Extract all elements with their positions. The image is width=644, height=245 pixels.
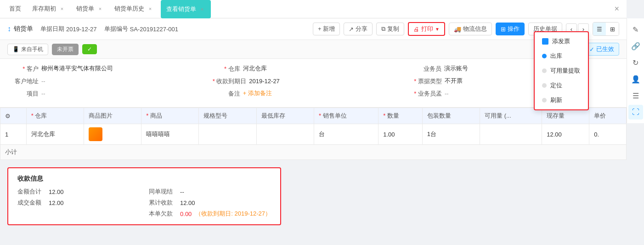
col-product-img: 商品图片	[84, 108, 141, 124]
row-stock: 12.00	[542, 124, 589, 145]
effective-icon: ✓	[589, 46, 594, 53]
address-field: 客户地址 --	[11, 77, 213, 85]
sidebar-expand-icon[interactable]: ⛶	[628, 105, 643, 120]
dropdown-locate[interactable]: 定位	[535, 78, 588, 93]
same-order-value: --	[180, 188, 184, 195]
tab-bar: 首页 库存期初 × 销货单 × 销货单历史 × 查看销货单 × ×	[0, 0, 627, 18]
row-min-stock	[256, 124, 314, 145]
payment-box: 收款信息 金额合计 12.00 同单现结 -- 成交金额 12.00 累计收款 …	[7, 167, 281, 225]
customer-field: 客户 柳州粤港平安气体有限公司	[11, 64, 213, 73]
effective-status[interactable]: ✓ 已生效	[584, 43, 619, 56]
doc-meta: 单据日期 2019-12-27 单据编号 SA-20191227-001	[40, 25, 178, 33]
operation-dropdown: 添发票 出库 可用量提取 定位 刷新	[534, 31, 589, 110]
row-pack-qty: 1台	[422, 124, 480, 145]
row-product: 嘻嘻嘻嘻	[141, 124, 199, 145]
cumulative-label: 累计收款	[149, 199, 176, 207]
sidebar-link-icon[interactable]: 🔗	[628, 39, 643, 53]
tab-check-sales-close[interactable]: ×	[199, 6, 205, 12]
sidebar-user-icon[interactable]: 👤	[628, 72, 643, 86]
not-opened-btn[interactable]: 未开票	[52, 44, 79, 55]
copy-button[interactable]: ⧉ 复制	[376, 23, 404, 35]
sidebar-list-icon[interactable]: ☰	[628, 88, 643, 103]
share-button[interactable]: ↗ 分享	[344, 23, 373, 35]
payment-section: 收款信息 金额合计 12.00 同单现结 -- 成交金额 12.00 累计收款 …	[0, 160, 627, 233]
col-quantity: 数量	[378, 108, 423, 124]
arrears-label: 本单欠款	[149, 210, 176, 218]
col-product: 商品	[141, 108, 199, 124]
same-order-row: 同单现结 --	[149, 188, 271, 196]
copy-icon: ⧉	[381, 25, 385, 33]
outbound-icon	[542, 54, 547, 58]
tab-inventory-close[interactable]: ×	[59, 6, 65, 12]
confirm-btn[interactable]: ✓	[82, 44, 97, 54]
project-field: 项目 --	[11, 90, 213, 98]
due-note: （收款到期日: 2019-12-27）	[195, 210, 271, 218]
dropdown-refresh[interactable]: 刷新	[535, 93, 588, 108]
total-amount-label: 金额合计	[17, 188, 45, 196]
row-sales-unit: 台	[314, 124, 378, 145]
doc-header: ↕ 销货单 单据日期 2019-12-27 单据编号 SA-20191227-0…	[0, 18, 627, 40]
project-value: --	[41, 90, 213, 97]
col-settings[interactable]: ⚙	[0, 108, 27, 124]
tab-inventory[interactable]: 库存期初 ×	[27, 0, 71, 18]
dropdown-available[interactable]: 可用量提取	[535, 63, 588, 78]
transaction-value: 12.00	[49, 199, 64, 206]
row-index: 1	[0, 124, 27, 145]
doc-type-icon: ↕	[7, 25, 11, 33]
transaction-row: 成交金额 12.00	[17, 199, 140, 207]
row-spec	[199, 124, 256, 145]
grid-icon: ⊞	[501, 26, 506, 33]
ticket-type-value: 不开票	[445, 77, 616, 85]
col-spec: 规格型号	[199, 108, 256, 124]
truck-icon: 🚚	[454, 26, 461, 33]
sales-staff-label: 业务员孟	[414, 90, 442, 98]
payment-title: 收款信息	[17, 175, 271, 183]
right-sidebar: ✎ 🔗 ↻ 👤 ☰ ⛶	[627, 18, 644, 123]
refresh-menu-icon	[542, 98, 547, 103]
product-thumbnail	[89, 127, 102, 141]
staff-label: 业务员	[414, 65, 441, 73]
product-table: ⚙ 仓库 商品图片 商品 规格型号 最低库存 销售单位 数量 包装数量 可用量 …	[0, 108, 627, 160]
col-available: 可用量 (...	[480, 108, 542, 124]
add-remark-btn[interactable]: + 添加备注	[243, 89, 414, 98]
same-order-label: 同单现结	[149, 188, 176, 196]
warehouse-field: 仓库 河北仓库	[213, 64, 414, 73]
locate-icon	[542, 83, 547, 88]
cumulative-value: 12.00	[180, 199, 195, 206]
address-label: 客户地址	[11, 77, 39, 85]
print-button[interactable]: 🖨 打印 ▼	[408, 22, 445, 36]
cumulative-row: 累计收款 12.00	[149, 199, 271, 207]
sales-staff-value: --	[445, 90, 616, 97]
phone-icon: 📱	[12, 46, 19, 52]
sidebar-edit-icon[interactable]: ✎	[628, 22, 643, 37]
from-phone-btn[interactable]: 📱 来自手机	[7, 44, 48, 55]
logistics-button[interactable]: 🚚 物流信息	[449, 23, 492, 35]
new-button[interactable]: + 新增	[313, 23, 340, 35]
tab-sales[interactable]: 销货单 ×	[71, 0, 109, 18]
form-area: 客户 柳州粤港平安气体有限公司 仓库 河北仓库 业务员 演示账号 客户地址 --…	[0, 59, 627, 108]
tab-sales-close[interactable]: ×	[97, 6, 103, 12]
dropdown-outbound[interactable]: 出库	[535, 49, 588, 63]
table-row: 1 河北仓库 嘻嘻嘻嘻 台 1.00 1台 12.00 0.	[0, 124, 627, 145]
print-dropdown-arrow[interactable]: ▼	[435, 27, 440, 32]
tab-home[interactable]: 首页	[4, 0, 27, 18]
view-grid-btn[interactable]: ⊞	[606, 23, 619, 35]
due-date-field: 收款到期日 2019-12-27	[213, 77, 414, 85]
operation-button[interactable]: ⊞ 操作	[496, 23, 525, 35]
tab-check-sales[interactable]: 查看销货单 ×	[161, 0, 211, 18]
subtotal-label: 小计	[0, 145, 627, 160]
tab-sales-history-close[interactable]: ×	[147, 6, 153, 12]
row-product-img	[84, 124, 141, 145]
view-list-btn[interactable]: ☰	[593, 23, 606, 35]
customer-label: 客户	[11, 65, 39, 73]
tab-sales-history[interactable]: 销货单历史 ×	[109, 0, 159, 18]
row-available	[480, 124, 542, 145]
dropdown-add-invoice[interactable]: 添发票	[535, 34, 588, 49]
customer-value: 柳州粤港平安气体有限公司	[41, 64, 213, 73]
col-unit-price: 单价	[589, 108, 627, 124]
print-icon: 🖨	[413, 26, 419, 33]
tab-bar-close-btn[interactable]: ×	[610, 4, 623, 14]
remark-label: 备注	[213, 90, 240, 98]
sidebar-refresh-icon[interactable]: ↻	[628, 55, 643, 70]
warehouse-value: 河北仓库	[243, 64, 414, 73]
